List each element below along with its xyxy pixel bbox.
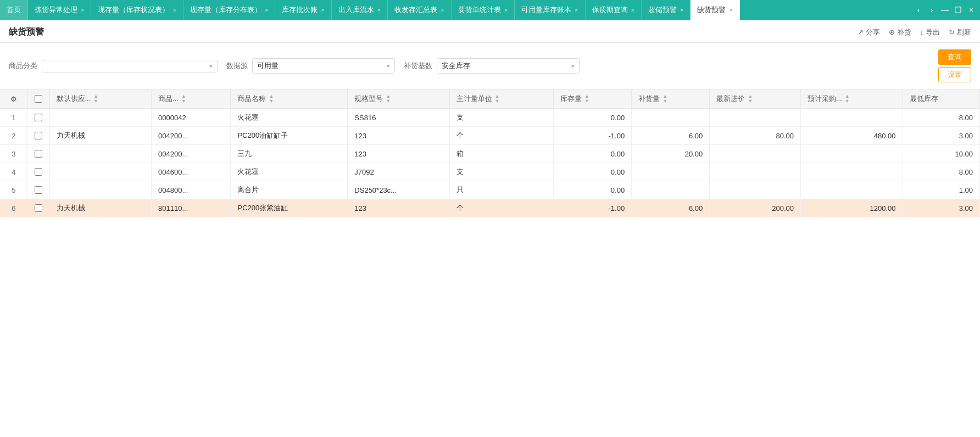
cell-unit-5: 个 xyxy=(449,199,553,217)
tab-close-7[interactable]: × xyxy=(504,7,508,13)
select-all-checkbox[interactable] xyxy=(35,95,42,103)
cell-checkbox-4[interactable] xyxy=(27,181,49,199)
cell-product-name-0: 火花塞 xyxy=(231,109,348,127)
th-min-stock[interactable]: 最低库存 xyxy=(903,89,979,109)
est-purchase-sort-icon: ▲▼ xyxy=(845,94,850,104)
tab-item-0[interactable]: 首页 xyxy=(0,0,28,20)
th-supplier[interactable]: 默认供应... ▲▼ xyxy=(49,89,152,109)
th-checkbox[interactable] xyxy=(27,89,49,109)
cell-supplier-3 xyxy=(49,163,152,181)
tab-scroll-left[interactable]: ‹ xyxy=(912,3,925,16)
setting-button[interactable]: 设置 xyxy=(938,67,971,82)
tab-item-9[interactable]: 保质期查询× xyxy=(586,0,642,20)
window-close[interactable]: × xyxy=(965,3,978,16)
th-supplier-label: 默认供应... xyxy=(57,94,91,104)
cell-est-purchase-2 xyxy=(800,145,903,163)
cell-stock-3: 0.00 xyxy=(554,163,632,181)
th-est-purchase[interactable]: 预计采购... ▲▼ xyxy=(800,89,903,109)
query-button[interactable]: 查询 xyxy=(938,49,971,65)
row-checkbox-4[interactable] xyxy=(35,186,42,194)
tab-item-2[interactable]: 现存量（库存状况表）× xyxy=(91,0,183,20)
th-replenish-qty[interactable]: 补货量 ▲▼ xyxy=(632,89,710,109)
cell-checkbox-1[interactable] xyxy=(27,127,49,145)
cell-unit-0: 支 xyxy=(449,109,553,127)
datasource-select[interactable]: 可用量 ▾ xyxy=(252,58,395,74)
tab-close-2[interactable]: × xyxy=(172,7,176,13)
tab-item-3[interactable]: 现存量（库存分布表）× xyxy=(183,0,275,20)
tab-item-10[interactable]: 超储预警× xyxy=(642,0,691,20)
datasource-arrow-icon: ▾ xyxy=(387,63,390,70)
tab-item-8[interactable]: 可用量库存账本× xyxy=(515,0,585,20)
tab-scroll-right[interactable]: › xyxy=(925,3,938,16)
cell-index-3: 4 xyxy=(0,163,27,181)
tab-item-1[interactable]: 拣货异常处理× xyxy=(28,0,91,20)
cell-supplier-0 xyxy=(49,109,152,127)
tab-close-3[interactable]: × xyxy=(265,7,268,13)
tab-label-9: 保质期查询 xyxy=(592,5,628,15)
window-restore[interactable]: ❐ xyxy=(951,3,965,16)
th-product-name[interactable]: 商品名称 ▲▼ xyxy=(231,89,348,109)
th-est-purchase-label: 预计采购... xyxy=(808,94,842,104)
cell-latest-price-2 xyxy=(710,145,801,163)
tab-close-1[interactable]: × xyxy=(81,7,84,13)
row-checkbox-3[interactable] xyxy=(35,168,42,176)
cell-index-2: 3 xyxy=(0,145,27,163)
th-latest-price[interactable]: 最新进价 ▲▼ xyxy=(710,89,801,109)
unit-sort-icon: ▲▼ xyxy=(495,94,500,104)
cell-est-purchase-4 xyxy=(800,181,903,199)
tab-close-5[interactable]: × xyxy=(377,7,381,13)
cell-min-stock-1: 3.00 xyxy=(903,127,979,145)
tab-close-8[interactable]: × xyxy=(575,7,578,13)
th-unit[interactable]: 主计量单位 ▲▼ xyxy=(449,89,553,109)
row-checkbox-5[interactable] xyxy=(35,204,42,212)
cell-latest-price-0 xyxy=(710,109,801,127)
tab-item-7[interactable]: 要货单统计表× xyxy=(452,0,515,20)
cell-product-name-3: 火花塞 xyxy=(231,163,348,181)
tab-item-5[interactable]: 出入库流水× xyxy=(332,0,388,20)
tab-close-9[interactable]: × xyxy=(631,7,634,13)
category-select[interactable]: ▾ xyxy=(42,60,218,72)
refresh-label: 刷新 xyxy=(957,27,971,37)
datasource-filter-group: 数据源 可用量 ▾ xyxy=(226,58,395,74)
category-filter-group: 商品分类 ▾ xyxy=(9,60,218,72)
table-row: 3004200...三九123箱0.0020.0010.00 xyxy=(0,145,980,163)
filter-actions: 查询 设置 xyxy=(938,49,971,82)
th-stock[interactable]: 库存量 ▲▼ xyxy=(554,89,632,109)
row-checkbox-2[interactable] xyxy=(35,150,42,158)
cell-replenish-qty-2: 20.00 xyxy=(632,145,710,163)
replenish-qty-sort-icon: ▲▼ xyxy=(662,94,667,104)
cell-est-purchase-1: 480.00 xyxy=(800,127,903,145)
th-product-code[interactable]: 商品... ▲▼ xyxy=(152,89,231,109)
tab-item-11[interactable]: 缺货预警× xyxy=(691,0,739,20)
tab-close-6[interactable]: × xyxy=(441,7,444,13)
product-name-sort-icon: ▲▼ xyxy=(269,94,274,104)
row-checkbox-1[interactable] xyxy=(35,132,42,139)
row-checkbox-0[interactable] xyxy=(35,114,42,121)
cell-product-code-1: 004200... xyxy=(152,127,231,145)
cell-checkbox-5[interactable] xyxy=(27,199,49,217)
refresh-button[interactable]: ↻ 刷新 xyxy=(949,27,971,37)
tab-close-4[interactable]: × xyxy=(321,7,324,13)
export-button[interactable]: ↓ 导出 xyxy=(920,27,940,37)
cell-checkbox-2[interactable] xyxy=(27,145,49,163)
tab-item-4[interactable]: 库存批次账× xyxy=(275,0,331,20)
th-spec-label: 规格型号 xyxy=(354,94,383,104)
replenish-button[interactable]: ⊕ 补货 xyxy=(889,27,911,37)
cell-spec-3: J7092 xyxy=(348,163,449,181)
cell-checkbox-0[interactable] xyxy=(27,109,49,127)
tab-item-6[interactable]: 收发存汇总表× xyxy=(388,0,451,20)
replenish-label: 补货 xyxy=(897,27,911,37)
th-latest-price-label: 最新进价 xyxy=(716,94,745,104)
tab-label-6: 收发存汇总表 xyxy=(394,5,437,15)
product-code-sort-icon: ▲▼ xyxy=(181,94,186,104)
cell-latest-price-4 xyxy=(710,181,801,199)
cell-checkbox-3[interactable] xyxy=(27,163,49,181)
export-icon: ↓ xyxy=(920,28,924,36)
replenish-base-select[interactable]: 安全库存 ▾ xyxy=(437,58,580,74)
th-gear[interactable]: ⚙ xyxy=(0,89,27,109)
tab-close-11[interactable]: × xyxy=(729,7,732,13)
window-minimize[interactable]: — xyxy=(938,3,951,16)
th-spec[interactable]: 规格型号 ▲▼ xyxy=(348,89,449,109)
tab-close-10[interactable]: × xyxy=(680,7,683,13)
share-button[interactable]: ↗ 分享 xyxy=(858,27,880,37)
